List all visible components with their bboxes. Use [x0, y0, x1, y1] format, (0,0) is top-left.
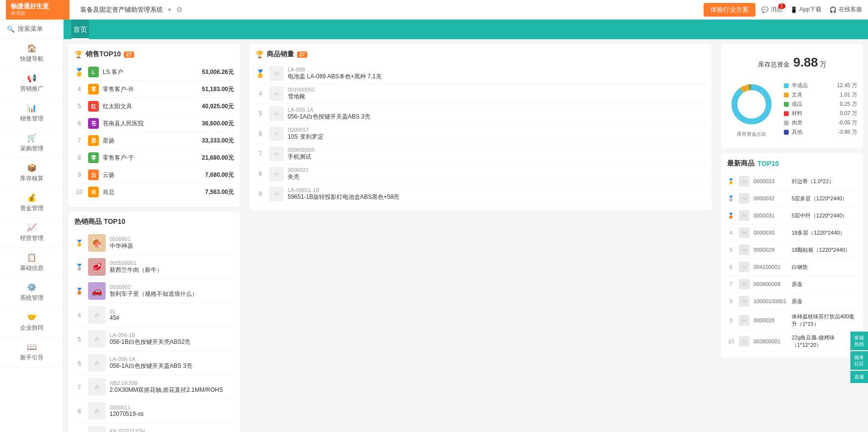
sidebar-item-guide[interactable]: 📖 新手引导	[0, 337, 63, 367]
hot-thumb-4: Ai	[88, 306, 106, 324]
hot-rank-num-7: 7	[74, 384, 84, 391]
live-stream-button[interactable]: 直播	[850, 371, 868, 383]
legend-name-4: 肉类	[792, 119, 835, 126]
hot-rank-num-5: 5	[74, 336, 84, 343]
new-item-4: 4 Ai 0000030 18多层（1220*2440）	[727, 224, 857, 241]
sidebar-label-enterprise: 企业协同	[20, 324, 44, 332]
new-rank-9: 9	[727, 317, 735, 323]
hot-code-7: NB2.0X30B	[110, 380, 234, 386]
prod-thumb-7: Ai	[269, 167, 284, 181]
prod-code-7: 0000021	[288, 167, 706, 173]
prod-ranknum-6: 7	[255, 150, 265, 157]
sidebar-item-quick-nav[interactable]: 🏠 快捷导航	[0, 39, 63, 69]
message-button[interactable]: 💬 消息 6	[761, 5, 782, 14]
basic-info-icon: 📋	[27, 253, 37, 262]
new-item-1: 🥇 Ai 0000033 封边带（1.0*22）	[727, 173, 857, 190]
rank-num-7: 8	[74, 154, 84, 161]
prod-thumb-6: Ai	[269, 146, 284, 161]
hot-item-9: 9 Ai KK-SD22110H 花语萌恒温分罐罐袋（厚款）	[74, 423, 234, 432]
sidebar-item-operations[interactable]: 📈 经营管理	[0, 218, 63, 248]
new-rank-3: 🥉	[727, 213, 735, 219]
legend-dot-3	[784, 111, 789, 116]
legend-name-1: 文具	[792, 91, 837, 98]
hot-name-3: 智利车子里（规格不知道填什么）	[110, 290, 234, 298]
hot-products-title: 热销商品 TOP10	[74, 217, 234, 226]
system-selector[interactable]: 装备及固定资产辅助管理系统 ▼ ⚙	[75, 5, 698, 14]
sales-rank-list: 🥇 L LS 客户 53,006.26元 4 零 零售客户-许 51,183.0…	[74, 64, 234, 201]
sidebar-item-system[interactable]: ⚙️ 系统管理	[0, 278, 63, 308]
sidebar-item-marketing[interactable]: 📢 营销推广	[0, 69, 63, 98]
prod-rank-4: 5 Ai LA-056-1A 056-1A白色按键开关盖ABS 3壳	[255, 104, 706, 124]
hot-item-1: 🥇 🍖 0000001 中华神器	[74, 231, 234, 255]
legend-name-0: 半成品	[792, 82, 834, 89]
headset-icon: 🎧	[829, 6, 837, 13]
hot-rank-num-6: 6	[74, 360, 84, 367]
sidebar-item-finance[interactable]: 💰 资金管理	[0, 188, 63, 218]
trophy2-icon: 🏆	[255, 50, 264, 58]
sidebar-item-inventory[interactable]: 📦 库存核算	[0, 158, 63, 188]
new-thumb-4: Ai	[739, 227, 750, 238]
inventory-icon: 📦	[27, 163, 37, 172]
sidebar-label-finance: 资金管理	[20, 204, 44, 213]
search-menu[interactable]: 🔍 搜索菜单	[0, 20, 63, 39]
hot-rank-num-8: 8	[74, 408, 84, 415]
float-service-panel: 客服热线 服务社区 直播	[850, 332, 868, 383]
legend-val-1: 1.01 万	[840, 91, 857, 98]
rank-amount-5: 36,600.00元	[202, 120, 234, 128]
product-sales-card: 🏆 商品销量 27 🥇 Ai LA-089 电池盖 LA-089 ABS本色+黑…	[250, 44, 711, 210]
hot-thumb-2: 🥩	[88, 258, 106, 276]
hot-code-3: 0000002	[110, 284, 234, 290]
legend-dot-5	[784, 130, 789, 135]
sidebar-item-enterprise[interactable]: 🤝 企业协同	[0, 308, 63, 337]
new-item-3: 🥉 Ai 0000031 5层中纤（1220*2440）	[727, 207, 857, 224]
nav-home[interactable]: 首页	[71, 20, 89, 39]
new-thumb-2: Ai	[739, 193, 750, 204]
sidebar-item-basic-info[interactable]: 📋 基础信息	[0, 248, 63, 278]
rank-name-5: 苍南县人民医院	[103, 120, 198, 128]
sales-top10-badge: 27	[124, 51, 134, 58]
new-thumb-8: Ai	[739, 296, 750, 307]
trial-button[interactable]: 体验行业方案	[704, 3, 755, 17]
rank-num-8: 9	[74, 171, 84, 178]
prod-name-7: 夹壳	[288, 173, 706, 181]
prod-code-4: LA-056-1A	[288, 107, 706, 113]
sidebar-item-purchase[interactable]: 🛒 采购管理	[0, 128, 63, 158]
prod-ranknum-5: 6	[255, 130, 265, 137]
middle-panel: 🏆 商品销量 27 🥇 Ai LA-089 电池盖 LA-089 ABS本色+黑…	[245, 39, 716, 432]
trophy-icon: 🏆	[74, 50, 83, 58]
legend-item-2: 成品 0.25 万	[784, 100, 857, 108]
new-name-3: 5层中纤（1220*2440）	[792, 212, 857, 219]
new-name-2: 5层多层（1220*2440）	[792, 195, 857, 202]
new-thumb-1: Ai	[739, 176, 750, 187]
prod-code-8: LA-59651-1B	[288, 187, 706, 193]
sidebar-label-marketing: 营销推广	[20, 85, 44, 93]
prod-name-1: 电池盖 LA-089 ABS本色+黑种 7.1克	[288, 72, 706, 81]
rank-num-9: 10	[74, 189, 84, 195]
rank-name-7: 零售客户-于	[103, 154, 198, 162]
prod-name-6: 手机测试	[288, 153, 706, 161]
prod-thumb-8: Ai	[269, 187, 284, 201]
rank-badge-8: 云	[88, 169, 99, 180]
prod-rank-1: 🥇 Ai LA-089 电池盖 LA-089 ABS本色+黑种 7.1克	[255, 64, 706, 84]
new-rank-6: 6	[727, 264, 735, 270]
hot-name-6: 056-1A白色按键开关盖ABS 3壳	[110, 362, 234, 370]
sidebar-item-sales[interactable]: 📊 销售管理	[0, 98, 63, 128]
new-rank-10: 10	[727, 338, 735, 344]
legend-dot-4	[784, 120, 789, 125]
online-service-button[interactable]: 🎧 在线客服	[829, 5, 862, 14]
hot-products-title-text: 热销商品 TOP10	[74, 217, 125, 226]
rank-name-8: 云扬	[103, 171, 201, 179]
prod-code-6: 000800005	[288, 147, 706, 153]
prod-code-3: 001000002	[288, 87, 706, 93]
sidebar-label-basic-info: 基础信息	[20, 264, 44, 272]
rank-num-6: 7	[74, 137, 84, 144]
product-sales-badge: 27	[297, 51, 307, 58]
app-download-button[interactable]: 📱 App下载	[790, 5, 822, 14]
prod-name-3: 雪地靴	[288, 93, 706, 101]
new-name-7: 原壶	[792, 281, 857, 288]
gear-icon[interactable]: ⚙	[176, 5, 183, 14]
main-body: 🏆 销售TOP10 27 🥇 L LS 客户 53,006.26元	[64, 39, 868, 432]
legend-item-1: 文具 1.01 万	[784, 91, 857, 98]
service-community-button[interactable]: 服务社区	[850, 351, 868, 370]
customer-hotline-button[interactable]: 客服热线	[850, 332, 868, 350]
